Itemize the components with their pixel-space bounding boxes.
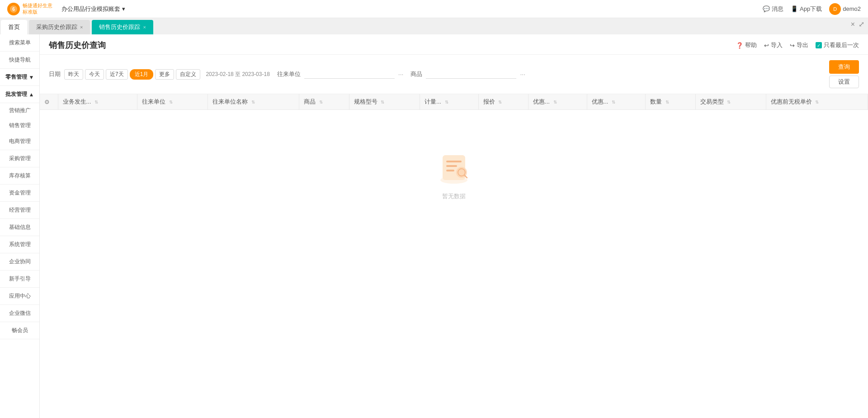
company-selector[interactable]: 办公用品行业模拟账套 ▾ bbox=[61, 5, 125, 13]
window-close-btn[interactable]: × bbox=[851, 20, 855, 28]
sidebar-item-membership[interactable]: 畅会员 bbox=[0, 322, 39, 339]
sidebar-item-retail-mgmt[interactable]: 零售管理 ▼ bbox=[0, 69, 39, 86]
sidebar-item-app-center[interactable]: 应用中心 bbox=[0, 288, 39, 305]
date-range-display: 2023-02-18 至 2023-03-18 bbox=[206, 71, 269, 78]
page-title: 销售历史价查询 bbox=[49, 40, 106, 51]
col-partner-code: 往来单位 ⇅ bbox=[137, 94, 208, 110]
message-btn[interactable]: 💬 消息 bbox=[763, 5, 783, 13]
col-pre-discount-price: 优惠前无税单价 ⇅ bbox=[766, 94, 868, 110]
goods-filter-group: 商品 ··· bbox=[410, 70, 525, 79]
page-header: 销售历史价查询 ❓ 帮助 ↩ 导入 ↪ 导出 ✓ 只看最后一次 bbox=[40, 34, 868, 55]
col-qty: 数量 ⇅ bbox=[646, 94, 695, 110]
empty-state-icon bbox=[434, 146, 474, 187]
date-btn-yesterday[interactable]: 昨天 bbox=[64, 69, 83, 80]
query-button[interactable]: 查询 bbox=[829, 60, 859, 74]
checkbox-checked-icon: ✓ bbox=[816, 42, 822, 48]
sort-icon-partner-code[interactable]: ⇅ bbox=[169, 100, 173, 104]
sidebar-item-basic-info[interactable]: 基础信息 bbox=[0, 219, 39, 236]
goods-filter-input[interactable] bbox=[426, 70, 516, 79]
col-discount1: 优惠... ⇅ bbox=[528, 94, 587, 110]
data-table: ⚙ 业务发生... ⇅ 往来单位 ⇅ 往来单位名称 ⇅ bbox=[40, 94, 868, 110]
sidebar-item-new-guide[interactable]: 新手引导 bbox=[0, 271, 39, 288]
sidebar-item-finance[interactable]: 资金管理 bbox=[0, 185, 39, 202]
sidebar-item-search-menu[interactable]: 搜索菜单 bbox=[0, 34, 39, 52]
logo-text: 畅捷通好生意 标准版 bbox=[23, 3, 52, 14]
chevron-down-icon: ▼ bbox=[29, 74, 34, 81]
sidebar-item-marketing[interactable]: 营销推广 bbox=[0, 103, 39, 118]
header-actions: ❓ 帮助 ↩ 导入 ↪ 导出 ✓ 只看最后一次 bbox=[736, 41, 859, 49]
sidebar-item-corp-wechat[interactable]: 企业微信 bbox=[0, 305, 39, 322]
message-icon: 💬 bbox=[763, 5, 770, 12]
sort-icon-qty[interactable]: ⇅ bbox=[665, 100, 669, 104]
col-trade-type: 交易类型 ⇅ bbox=[695, 94, 766, 110]
sort-icon-biz-date[interactable]: ⇅ bbox=[94, 100, 98, 104]
export-icon: ↪ bbox=[790, 42, 795, 49]
sidebar-item-wholesale-mgmt[interactable]: 批发管理 ▲ bbox=[0, 86, 39, 103]
window-expand-btn[interactable]: ⤢ bbox=[859, 20, 864, 28]
tab-sales-close-icon[interactable]: × bbox=[143, 24, 146, 30]
import-btn[interactable]: ↩ 导入 bbox=[764, 41, 783, 49]
sidebar-item-inventory[interactable]: 库存核算 bbox=[0, 167, 39, 185]
help-icon: ❓ bbox=[736, 42, 743, 49]
tab-home[interactable]: 首页 bbox=[1, 20, 27, 34]
sort-icon-unit[interactable]: ⇅ bbox=[445, 100, 448, 104]
action-btn-row: 查询 设置 bbox=[829, 60, 859, 88]
partner-dots[interactable]: ··· bbox=[398, 71, 404, 78]
sort-icon-goods[interactable]: ⇅ bbox=[319, 100, 323, 104]
sort-icon-pre-discount-price[interactable]: ⇅ bbox=[815, 100, 819, 104]
retail-mgmt-label: 零售管理 bbox=[5, 73, 27, 81]
main-layout: 搜索菜单 快捷导航 零售管理 ▼ 批发管理 ▲ 营销推广 销售管理 电商管理 采… bbox=[0, 34, 868, 418]
goods-dots[interactable]: ··· bbox=[520, 71, 525, 78]
sidebar-item-ecommerce[interactable]: 电商管理 bbox=[0, 133, 39, 150]
sidebar: 搜索菜单 快捷导航 零售管理 ▼ 批发管理 ▲ 营销推广 销售管理 电商管理 采… bbox=[0, 34, 40, 418]
col-biz-date: 业务发生... ⇅ bbox=[58, 94, 137, 110]
import-icon: ↩ bbox=[764, 42, 769, 49]
date-btn-last1month[interactable]: 近1月 bbox=[130, 69, 154, 80]
wholesale-mgmt-label: 批发管理 bbox=[5, 90, 27, 98]
app-download-btn[interactable]: 📱 App下载 bbox=[791, 5, 822, 13]
top-bar-left: 6 畅捷通好生意 标准版 办公用品行业模拟账套 ▾ bbox=[7, 3, 125, 15]
sidebar-item-purchase-mgmt[interactable]: 采购管理 bbox=[0, 150, 39, 167]
sidebar-item-operations[interactable]: 经营管理 bbox=[0, 202, 39, 219]
date-btn-today[interactable]: 今天 bbox=[85, 69, 104, 80]
date-btn-last7days[interactable]: 近7天 bbox=[106, 69, 128, 80]
top-bar: 6 畅捷通好生意 标准版 办公用品行业模拟账套 ▾ 💬 消息 📱 App下载 D… bbox=[0, 0, 868, 18]
settings-button[interactable]: 设置 bbox=[829, 76, 859, 88]
sidebar-item-sales-mgmt[interactable]: 销售管理 bbox=[0, 118, 39, 133]
table-settings-icon[interactable]: ⚙ bbox=[44, 99, 50, 105]
avatar: D bbox=[829, 3, 841, 15]
col-settings: ⚙ bbox=[40, 94, 58, 110]
svg-rect-4 bbox=[446, 161, 462, 162]
sort-icon-spec[interactable]: ⇅ bbox=[381, 100, 384, 104]
help-btn[interactable]: ❓ 帮助 bbox=[736, 41, 757, 49]
tab-bar: 首页 采购历史价跟踪 × 销售历史价跟踪 × × ⤢ bbox=[0, 18, 868, 34]
partner-filter-input[interactable] bbox=[304, 70, 395, 79]
svg-rect-5 bbox=[446, 165, 457, 167]
sort-icon-discount2[interactable]: ⇅ bbox=[612, 100, 615, 104]
sort-icon-quote[interactable]: ⇅ bbox=[498, 100, 502, 104]
empty-text: 暂无数据 bbox=[442, 192, 466, 200]
sort-icon-partner-name[interactable]: ⇅ bbox=[251, 100, 255, 104]
sort-icon-discount1[interactable]: ⇅ bbox=[553, 100, 557, 104]
export-btn[interactable]: ↪ 导出 bbox=[790, 41, 808, 49]
tab-sales-history[interactable]: 销售历史价跟踪 × bbox=[92, 20, 153, 34]
col-discount2: 优惠... ⇅ bbox=[587, 94, 646, 110]
empty-state: 暂无数据 bbox=[40, 110, 868, 237]
date-buttons: 昨天 今天 近7天 近1月 更多 自定义 bbox=[64, 69, 200, 80]
goods-filter-label: 商品 bbox=[410, 70, 422, 78]
tab-purchase-close-icon[interactable]: × bbox=[80, 24, 83, 30]
sidebar-item-system-mgmt[interactable]: 系统管理 bbox=[0, 236, 39, 253]
sidebar-item-corp-agreement[interactable]: 企业协同 bbox=[0, 253, 39, 271]
col-spec: 规格型号 ⇅ bbox=[349, 94, 420, 110]
table-header-row: ⚙ 业务发生... ⇅ 往来单位 ⇅ 往来单位名称 ⇅ bbox=[40, 94, 868, 110]
partner-filter-group: 往来单位 ··· bbox=[277, 70, 404, 79]
sidebar-item-quick-nav[interactable]: 快捷导航 bbox=[0, 52, 39, 69]
only-last-checkbox[interactable]: ✓ 只看最后一次 bbox=[816, 41, 859, 49]
col-partner-name: 往来单位名称 ⇅ bbox=[208, 94, 299, 110]
user-menu[interactable]: D demo2 bbox=[829, 3, 861, 15]
date-btn-custom[interactable]: 自定义 bbox=[176, 69, 200, 80]
tab-purchase-history[interactable]: 采购历史价跟踪 × bbox=[29, 20, 90, 34]
sort-icon-trade-type[interactable]: ⇅ bbox=[727, 100, 731, 104]
svg-rect-6 bbox=[446, 170, 454, 171]
date-btn-more[interactable]: 更多 bbox=[155, 69, 174, 80]
